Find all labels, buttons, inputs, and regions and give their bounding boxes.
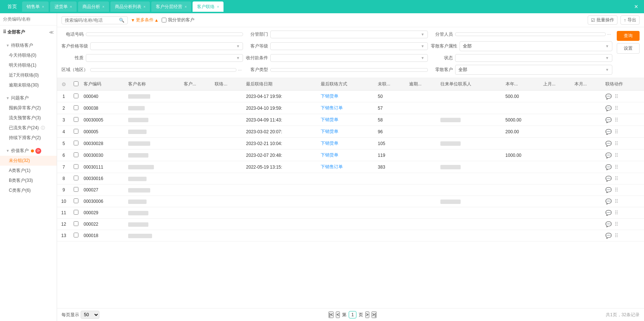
- message-icon[interactable]: 💬: [605, 129, 612, 135]
- sidebar-item-tomorrow[interactable]: 明天待联络(1): [0, 60, 57, 70]
- sidebar-item-class-c[interactable]: C类客户(6): [0, 186, 57, 195]
- filter-phone-input[interactable]: [86, 32, 243, 36]
- tab-purchase[interactable]: 进货单 ×: [50, 1, 77, 12]
- page-size-select[interactable]: 50 20 100: [81, 311, 99, 319]
- current-page[interactable]: 1: [349, 311, 356, 318]
- col-last-month[interactable]: 上月...: [541, 78, 572, 91]
- row-checkbox[interactable]: [74, 221, 78, 226]
- select-all-checkbox[interactable]: [74, 81, 78, 86]
- export-button[interactable]: ↑ 导出: [620, 15, 640, 25]
- last-method-link[interactable]: 下销售订单: [321, 164, 343, 169]
- search-input[interactable]: [65, 18, 117, 23]
- grid-icon[interactable]: ⠿: [615, 105, 618, 111]
- message-icon[interactable]: 💬: [605, 176, 612, 181]
- sidebar-item-churned[interactable]: 已流失客户(24) ⓘ: [0, 123, 57, 133]
- col-name[interactable]: 客户名称: [126, 78, 182, 91]
- tab-customer-layer-close[interactable]: ×: [184, 5, 187, 9]
- message-icon[interactable]: 💬: [605, 164, 612, 170]
- sidebar-item-ungroup[interactable]: 未分组(32): [0, 156, 57, 166]
- col-this-month[interactable]: 本月...: [572, 78, 603, 91]
- batch-operate-button[interactable]: ☑ 批量操作: [588, 15, 617, 25]
- window-close-button[interactable]: ×: [631, 3, 641, 11]
- last-method-link[interactable]: 下销货单: [321, 129, 338, 134]
- grid-icon[interactable]: ⠿: [615, 164, 618, 170]
- row-checkbox[interactable]: [74, 117, 78, 122]
- sidebar-item-today[interactable]: 今天待联络(0): [0, 50, 57, 60]
- filter-retail-input[interactable]: 全部▼: [455, 65, 612, 75]
- filter-region-more[interactable]: ···: [236, 66, 243, 74]
- message-icon[interactable]: 💬: [605, 117, 612, 123]
- col-last-method[interactable]: 最后联络方式: [319, 78, 376, 91]
- row-checkbox[interactable]: [74, 164, 78, 169]
- message-icon[interactable]: 💬: [605, 94, 612, 99]
- reset-button[interactable]: 设置: [617, 43, 640, 54]
- grid-icon[interactable]: ⠿: [615, 187, 618, 193]
- filter-region-input[interactable]: [90, 68, 236, 72]
- tab-customer-layer[interactable]: 客户分层经营 ×: [151, 1, 191, 12]
- filter-payment-input[interactable]: ▼: [270, 54, 427, 62]
- tab-customer-contact[interactable]: 客户联络 ×: [193, 1, 224, 12]
- row-checkbox[interactable]: [74, 105, 78, 110]
- sidebar-item-overdue[interactable]: 逾期未联络(30): [0, 80, 57, 90]
- tab-analysis-list[interactable]: 商品分析列表 ×: [110, 1, 150, 12]
- first-page-button[interactable]: |<: [328, 311, 334, 318]
- last-method-link[interactable]: 下销货单: [321, 141, 338, 146]
- message-icon[interactable]: 💬: [605, 210, 612, 216]
- message-icon[interactable]: 💬: [605, 233, 612, 239]
- sidebar-search-input[interactable]: [3, 17, 57, 22]
- problem-group-header[interactable]: ▼ 问题客户: [0, 93, 57, 103]
- filter-manager-more[interactable]: ···: [606, 30, 612, 38]
- tab-analysis[interactable]: 商品分析 ×: [78, 1, 109, 12]
- filter-retail-attr-input[interactable]: 全部▼: [460, 41, 612, 51]
- col-uncontact[interactable]: 未联...: [376, 78, 407, 91]
- message-icon[interactable]: 💬: [605, 141, 612, 147]
- last-page-button[interactable]: >|: [372, 311, 377, 318]
- sidebar-item-declining[interactable]: 持续下滑客户(2): [0, 133, 57, 143]
- sidebar-item-7days[interactable]: 近7天待联络(0): [0, 70, 57, 80]
- sidebar-item-abnormal[interactable]: 囤购异常客户(2): [0, 103, 57, 113]
- collapse-icon[interactable]: ≪: [49, 30, 54, 35]
- grid-icon[interactable]: ⠿: [615, 129, 618, 135]
- value-group-header[interactable]: ▼ 价值客户 ⟳: [0, 146, 57, 156]
- row-checkbox[interactable]: [74, 129, 78, 134]
- row-checkbox[interactable]: [74, 176, 78, 180]
- gear-icon[interactable]: ⚙: [61, 81, 66, 87]
- col-contact-person[interactable]: 往来单位联系人: [438, 78, 503, 91]
- grid-icon[interactable]: ⠿: [615, 141, 618, 147]
- col-type[interactable]: 客户...: [182, 78, 213, 91]
- more-conditions-button[interactable]: ▼ 更多条件 ▲: [131, 17, 159, 23]
- message-icon[interactable]: 💬: [605, 198, 612, 204]
- col-last-date[interactable]: 最后联络日期: [244, 78, 319, 91]
- query-button[interactable]: 查询: [617, 31, 640, 41]
- last-method-link[interactable]: 下销货单: [321, 152, 338, 158]
- col-gear[interactable]: ⚙: [57, 78, 70, 91]
- filter-cust-level-input[interactable]: ▼: [270, 42, 427, 50]
- sidebar-item-churn-warning[interactable]: 流失预警客户(3): [0, 113, 57, 123]
- tab-sales[interactable]: 销售单 ×: [22, 1, 49, 12]
- sidebar-item-class-a[interactable]: A类客户(1): [0, 166, 57, 176]
- all-customers-header[interactable]: ⠿ 全部客户 ≪: [0, 27, 57, 38]
- grid-icon[interactable]: ⠿: [615, 152, 618, 158]
- col-contact[interactable]: 联络...: [212, 78, 244, 91]
- last-method-link[interactable]: 下销售订单: [321, 105, 343, 110]
- grid-icon[interactable]: ⠿: [615, 233, 618, 239]
- sidebar-item-class-b[interactable]: B类客户(33): [0, 176, 57, 186]
- my-customers-check[interactable]: [162, 18, 166, 22]
- message-icon[interactable]: 💬: [605, 105, 612, 111]
- grid-icon[interactable]: ⠿: [615, 221, 618, 227]
- my-customers-checkbox[interactable]: 我分管的客户: [162, 17, 194, 23]
- row-checkbox[interactable]: [74, 198, 78, 203]
- pending-group-header[interactable]: ▼ 待联络客户: [0, 40, 57, 50]
- tab-customer-contact-close[interactable]: ×: [217, 5, 219, 9]
- tab-purchase-close[interactable]: ×: [70, 5, 72, 9]
- last-method-link[interactable]: 下销货单: [321, 94, 338, 99]
- grid-icon[interactable]: ⠿: [615, 94, 618, 99]
- row-checkbox[interactable]: [74, 152, 78, 157]
- filter-cust-type-input[interactable]: [270, 68, 427, 72]
- message-icon[interactable]: 💬: [605, 221, 612, 227]
- next-page-button[interactable]: >: [365, 311, 369, 318]
- grid-icon[interactable]: ⠿: [615, 210, 618, 216]
- col-this-year[interactable]: 本年...: [503, 78, 541, 91]
- home-tab[interactable]: 首页: [3, 0, 21, 13]
- filter-manager-input[interactable]: [455, 32, 606, 36]
